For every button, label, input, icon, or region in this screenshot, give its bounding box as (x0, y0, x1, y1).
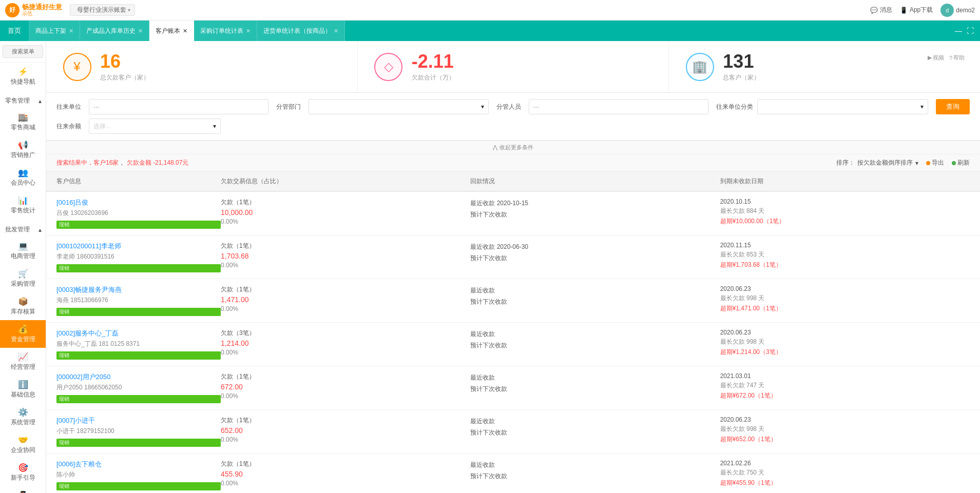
store-dropdown-icon: ▾ (128, 7, 130, 13)
store-selector[interactable]: 母婴行业演示账套 ▾ (70, 4, 135, 16)
retail-management-arrow: ▴ (39, 97, 42, 105)
top-right: 💬 消息 📱 App下载 d demo2 (870, 4, 975, 17)
next-collection-6: 预计下次收款 (470, 471, 720, 482)
sidebar-item-purchase[interactable]: 🛒 采购管理 (0, 265, 46, 292)
customer-name-1[interactable]: [00010200011]李老师 (56, 242, 221, 251)
video-btn[interactable]: ▶ 视频 (928, 54, 944, 62)
card-icon-1: ¥ (62, 51, 92, 82)
ecommerce-icon: 💻 (3, 241, 43, 251)
debt-info-2: 欠款（1笔） 1,471.00 0.00% (221, 285, 470, 312)
retail-management-label: 零售管理 (5, 96, 30, 105)
overdue-link-5[interactable]: 超期¥652.00（1笔） (720, 435, 970, 444)
debt-ratio-4: 0.00% (221, 392, 470, 400)
debt-count-0: 欠款（1笔） (221, 198, 470, 207)
tab-production-close[interactable]: ✕ (138, 28, 143, 34)
export-btn[interactable]: 导出 (926, 159, 944, 167)
tab-production[interactable]: 产成品入库单历史 ✕ (80, 21, 149, 41)
sidebar-item-retail-mall[interactable]: 🏬 零售商城 (0, 108, 46, 136)
sidebar-item-operations[interactable]: 📈 经营管理 (0, 348, 46, 376)
customer-name-0[interactable]: [0016]吕俊 (56, 198, 221, 207)
overdue-link-2[interactable]: 超期¥1,471.00（1笔） (720, 304, 970, 313)
sidebar-item-quick-nav[interactable]: ⚡ 快捷导航 (0, 63, 46, 90)
overdue-link-3[interactable]: 超期¥1,214.00（3笔） (720, 348, 970, 357)
customer-info-4: [000002]用户2050 用户2050 18665062050 现销 (56, 372, 221, 403)
search-button[interactable]: 查询 (936, 99, 970, 114)
phone-icon: 📱 (900, 7, 908, 14)
supplier-input[interactable]: ··· (89, 99, 268, 114)
sidebar-item-retail-stats[interactable]: 📊 零售统计 (0, 191, 46, 219)
customer-name-6[interactable]: [0006]去下粮仓 (56, 460, 221, 469)
card-label-3: 总客户（家） (723, 73, 920, 82)
search-menu-btn[interactable]: 搜索菜单 (3, 45, 43, 58)
user-avatar[interactable]: d demo2 (940, 4, 975, 17)
overdue-link-6[interactable]: 超期¥455.90（1笔） (720, 479, 970, 487)
help-btn[interactable]: ? 帮助 (949, 54, 965, 62)
avatar: d (940, 4, 954, 17)
sort-select[interactable]: 排序： 按欠款金额倒序排序 ▾ (836, 159, 918, 167)
th-return: 回款情况 (470, 177, 720, 186)
overdue-link-0[interactable]: 超期¥10,000.00（1笔） (720, 217, 970, 226)
customer-name-5[interactable]: [0007]小进干 (56, 416, 221, 425)
sidebar-item-marketing[interactable]: 📢 营销推广 (0, 136, 46, 164)
summary-card-3: 🏢 131 总客户（家） ▶ 视频 ? 帮助 (669, 41, 980, 92)
tab-home[interactable]: 首页 (0, 21, 29, 41)
sidebar-item-capital[interactable]: 💰 资金管理 (0, 320, 46, 348)
sidebar-item-system[interactable]: ⚙️ 系统管理 (0, 403, 46, 431)
export-icon (926, 161, 930, 165)
debt-amount-4: 672.00 (221, 383, 470, 391)
sidebar-item-guide[interactable]: 🎯 新手引导 (0, 459, 46, 486)
tab-maximize-btn[interactable]: ⛶ (966, 26, 975, 36)
sidebar-item-ecommerce[interactable]: 💻 电商管理 (0, 237, 46, 265)
th-customer: 客户信息 (56, 177, 221, 186)
tab-stock-close[interactable]: ✕ (334, 28, 338, 34)
overdue-link-4[interactable]: 超期¥672.00（1笔） (720, 391, 970, 400)
sidebar-item-enterprise[interactable]: 🤝 企业协同 (0, 431, 46, 459)
dept-select[interactable]: ▾ (309, 99, 488, 114)
customer-phone-1: 李老师 18600391516 (56, 252, 221, 261)
return-info-2: 最近收款 预计下次收款 (470, 285, 720, 307)
manager-input[interactable]: ··· (529, 99, 708, 114)
tab-products-close[interactable]: ✕ (69, 28, 73, 34)
balance-select[interactable]: 选择... ▾ (89, 119, 221, 134)
th-debt: 欠款交易信息（占比） (221, 177, 470, 186)
sort-value: 按欠款金额倒序排序 (857, 159, 913, 167)
customer-phone-2: 海燕 18513066976 (56, 296, 221, 305)
tab-minimize-btn[interactable]: — (954, 26, 963, 36)
debt-count-5: 欠款（1笔） (221, 416, 470, 425)
sidebar-item-basic-info[interactable]: ℹ️ 基础信息 (0, 376, 46, 403)
customer-name-4[interactable]: [000002]用户2050 (56, 372, 221, 382)
return-info-1: 最近收款 2020-06-30 预计下次收款 (470, 242, 720, 264)
filter-balance: 往来余额 选择... ▾ (56, 119, 221, 134)
tab-purchase[interactable]: 采购订单统计表 ✕ (194, 21, 257, 41)
tab-customer-close[interactable]: ✕ (183, 28, 187, 34)
tab-customer[interactable]: 客户账本 ✕ (149, 21, 194, 41)
sidebar-item-batch-management[interactable]: 批发管理 ▴ (0, 222, 46, 237)
card-content-1: 16 总欠款客户（家） (100, 51, 342, 82)
card-label-2: 欠款合计（万） (412, 73, 654, 82)
manager-dots: ··· (533, 103, 540, 111)
debt-amount-1: 1,703.68 (221, 252, 470, 260)
message-btn[interactable]: 💬 消息 (870, 6, 892, 14)
sidebar-item-inventory[interactable]: 📦 库存核算 (0, 292, 46, 320)
result-amount-label: 欠款金额 (127, 159, 151, 166)
debt-amount-2: 1,471.00 (221, 295, 470, 304)
app-download-btn[interactable]: 📱 App下载 (900, 6, 933, 14)
debt-ratio-1: 0.00% (221, 262, 470, 269)
retail-stats-icon: 📊 (3, 195, 43, 205)
tab-stock[interactable]: 进货单统计表（按商品） ✕ (257, 21, 345, 41)
sidebar-item-members[interactable]: 👥 会员中心 (0, 164, 46, 191)
customer-name-3[interactable]: [0002]服务中心_丁磊 (56, 329, 221, 338)
collapse-bar[interactable]: ⋀ 收起更多条件 (46, 141, 980, 154)
debt-count-4: 欠款（1笔） (221, 372, 470, 381)
tab-products[interactable]: 商品上下架 ✕ (29, 21, 80, 41)
tab-purchase-close[interactable]: ✕ (246, 28, 251, 34)
category-select[interactable]: ▾ (757, 99, 928, 114)
operations-icon: 📈 (3, 352, 43, 362)
customer-tag-4: 现销 (56, 395, 221, 403)
quick-nav-icon: ⚡ (3, 67, 43, 76)
overdue-link-1[interactable]: 超期¥1,703.68（1笔） (720, 261, 970, 269)
refresh-btn[interactable]: 刷新 (952, 159, 970, 167)
customer-name-2[interactable]: [0003]畅捷服务尹海燕 (56, 285, 221, 294)
sidebar-item-retail-management[interactable]: 零售管理 ▴ (0, 93, 46, 108)
sidebar-item-app-center[interactable]: 📱 应用中心 (0, 486, 46, 493)
